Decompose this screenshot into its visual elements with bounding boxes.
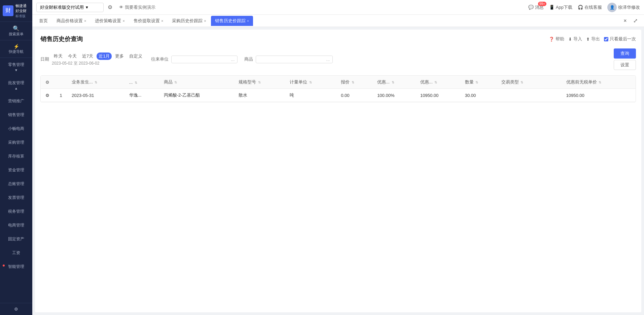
wholesale-label: 批发管理 (8, 80, 24, 86)
tab-home[interactable]: 首页 (35, 16, 52, 26)
sort-icon-unit: ⇅ (309, 80, 312, 84)
tab-purchase-history[interactable]: 采购历史价跟踪 × (168, 16, 210, 26)
sidebar: 财 畅捷通好业财 标准版 🔍 搜索菜单 ⚡ 快捷导航 零售管理 ▼ 批发管理 ▲… (0, 0, 32, 315)
sidebar-item-ecommerce[interactable]: 电商管理 (0, 218, 32, 232)
date-range-display: 2023-05-02 至 2023-06-02 (52, 61, 144, 66)
sidebar-settings-button[interactable]: ⚙ (0, 303, 32, 315)
import-link[interactable]: ⬇ 导入 (568, 36, 582, 42)
source-input-wrap[interactable]: ... (171, 56, 238, 63)
settings-button[interactable]: 设置 (614, 60, 636, 70)
sidebar-item-inventory[interactable]: 库存核算 (0, 149, 32, 163)
demo-link[interactable]: 👁 我要看实例演示 (119, 4, 155, 10)
row-spec: 散水 (235, 89, 286, 102)
sort-icon-discount2: ⇅ (434, 80, 437, 84)
wholesale-arrow: ▲ (14, 86, 18, 90)
sidebar-item-wholesale[interactable]: 批发管理 ▲ (0, 76, 32, 94)
product-input[interactable] (259, 57, 326, 62)
date-opt-more[interactable]: 更多 (113, 53, 126, 60)
row-num: 1 (54, 89, 68, 102)
col-more[interactable]: ... ⇅ (125, 76, 160, 89)
app-name: 畅捷通好业财 标准版 (15, 3, 30, 18)
sort-icon-price: ⇅ (352, 80, 354, 84)
date-opt-today[interactable]: 今天 (66, 53, 79, 60)
source-label: 往来单位 (151, 56, 169, 62)
col-num (54, 76, 68, 89)
col-unit[interactable]: 计量单位 ⇅ (286, 76, 337, 89)
tab-purchase-strategy[interactable]: 进价策略设置 × (91, 16, 129, 26)
sidebar-item-ecommerce-small[interactable]: 小畅电商 (0, 122, 32, 136)
selector-chevron-icon: ▾ (86, 5, 88, 10)
sidebar-item-marketing[interactable]: 营销推广 (0, 94, 32, 108)
tab-sales-history-label: 销售历史价跟踪 (215, 18, 246, 24)
tab-sales-history-close[interactable]: × (247, 19, 249, 23)
topbar-gear-icon[interactable]: ⚙ (108, 4, 112, 10)
query-button[interactable]: 查询 (614, 48, 636, 59)
date-opt-last7[interactable]: 近7天 (80, 53, 95, 60)
export-link[interactable]: ⬆ 导出 (586, 36, 600, 42)
row-pre-tax-price: 10950.00 (562, 89, 636, 102)
date-opt-yesterday[interactable]: 昨天 (52, 53, 65, 60)
sidebar-item-smart[interactable]: 智能管理 (0, 260, 32, 274)
date-opt-last1month[interactable]: 近1月 (97, 53, 112, 60)
retail-label: 零售管理 (8, 62, 24, 68)
tab-product-price[interactable]: 商品价格设置 × (52, 16, 90, 26)
inventory-label: 库存核算 (8, 153, 24, 159)
sales-label: 销售管理 (8, 112, 24, 118)
source-dots[interactable]: ... (231, 57, 235, 62)
date-opt-custom[interactable]: 自定义 (127, 53, 144, 60)
tab-product-price-close[interactable]: × (84, 19, 86, 23)
main-area: 好业财标准版交付试用 ▾ ⚙ 👁 我要看实例演示 💬 消息 99+ 📱 App下… (32, 0, 644, 315)
col-biz-date[interactable]: 业务发生... ⇅ (68, 76, 125, 89)
help-link[interactable]: ❓ 帮助 (549, 36, 564, 42)
download-icon: 📱 (549, 5, 554, 10)
tab-purchase-strategy-close[interactable]: × (122, 19, 124, 23)
product-label: 商品 (244, 56, 253, 62)
col-pre-tax-price[interactable]: 优惠前无税单价 ⇅ (562, 76, 636, 89)
app-selector[interactable]: 好业财标准版交付试用 ▾ (36, 3, 104, 12)
sidebar-item-invoice[interactable]: 发票管理 (0, 191, 32, 205)
query-buttons: 查询 设置 (614, 48, 636, 70)
product-filter-group: 商品 ... (244, 56, 333, 63)
window-expand-button[interactable]: ⤢ (631, 16, 640, 26)
salary-label: 工资 (12, 250, 20, 256)
tab-home-label: 首页 (39, 18, 48, 24)
only-last-checkbox-label[interactable]: 只看最后一次 (604, 36, 636, 42)
sidebar-item-retail[interactable]: 零售管理 ▼ (0, 58, 32, 76)
sidebar-quicknav[interactable]: ⚡ 快捷导航 (0, 40, 32, 58)
only-last-checkbox[interactable] (604, 37, 608, 41)
col-trade-type[interactable]: 交易类型 ⇅ (497, 76, 548, 89)
col-quantity[interactable]: 数量 ⇅ (461, 76, 497, 89)
online-service-button[interactable]: 🎧 在线客服 (578, 4, 602, 10)
sidebar-item-finance[interactable]: 资金管理 (0, 163, 32, 177)
filter-row: 日期 昨天 今天 近7天 近1月 更多 自定义 2023-05-02 至 202… (40, 48, 636, 70)
sidebar-item-purchase[interactable]: 采购管理 (0, 136, 32, 149)
tab-purchase-history-close[interactable]: × (204, 19, 206, 23)
app-download-button[interactable]: 📱 App下载 (549, 4, 572, 10)
col-spec[interactable]: 规格型号 ⇅ (235, 76, 286, 89)
sort-icon-quantity: ⇅ (475, 80, 478, 84)
col-discount1[interactable]: 优惠... ⇅ (373, 76, 416, 89)
message-icon: 💬 (528, 5, 534, 10)
purchase-label: 采购管理 (8, 140, 24, 145)
col-product[interactable]: 商品 ⇅ (160, 76, 235, 89)
sidebar-item-sales[interactable]: 销售管理 (0, 108, 32, 122)
data-table: ⚙ 业务发生... ⇅ ... ⇅ 商品 ⇅ (41, 76, 636, 102)
tab-sales-history[interactable]: 销售历史价跟踪 × (211, 16, 253, 26)
sidebar-search[interactable]: 🔍 搜索菜单 (0, 22, 32, 40)
col-price[interactable]: 报价 ⇅ (337, 76, 373, 89)
row-gear[interactable]: ⚙ (41, 89, 54, 102)
source-input[interactable] (174, 57, 231, 62)
tab-sale-price-close[interactable]: × (161, 19, 163, 23)
messages-button[interactable]: 💬 消息 99+ (528, 4, 544, 10)
product-dots[interactable]: ... (326, 57, 330, 62)
sidebar-item-tax[interactable]: 税务管理 (0, 205, 32, 218)
tab-sale-price[interactable]: 售价提取设置 × (130, 16, 167, 26)
col-discount2[interactable]: 优惠... ⇅ (416, 76, 461, 89)
user-menu[interactable]: 👤 徐泽华修改 (607, 3, 640, 12)
product-input-wrap[interactable]: ... (256, 56, 333, 63)
window-close-button[interactable]: × (620, 16, 630, 26)
sidebar-item-salary[interactable]: 工资 (0, 246, 32, 260)
sidebar-item-assets[interactable]: 固定资产 (0, 232, 32, 246)
sidebar-item-ledger[interactable]: 总账管理 (0, 177, 32, 191)
col-gear[interactable]: ⚙ (41, 76, 54, 89)
